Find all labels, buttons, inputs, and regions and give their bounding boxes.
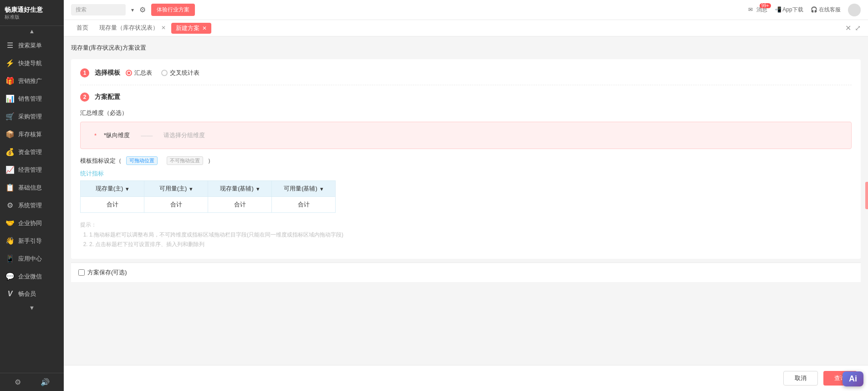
section2-title: 方案配置 xyxy=(95,93,120,101)
service-label: 在线客服 xyxy=(819,6,841,13)
col-header-1[interactable]: 可用量(主) ▾ xyxy=(144,181,208,197)
col-3-label: 可用量(基辅) xyxy=(284,185,317,193)
col-2-label: 现存量(基辅) xyxy=(220,185,254,193)
trial-industry-button[interactable]: 体验行业方案 xyxy=(151,4,195,16)
dimension-row: * *纵向维度 —— 请选择分组维度 xyxy=(94,131,837,139)
col-1-dropdown[interactable]: ▾ xyxy=(189,185,193,192)
dimension-separator: —— xyxy=(141,132,153,139)
topbar: 搜索 ▾ ⚙ 体验行业方案 ✉ 99+ 消息 📲 App下载 🎧 在线客服 xyxy=(64,0,868,20)
sidebar: 畅康通好生意 标准版 ▲ ☰ 搜索菜单 ⚡ 快捷导航 🎁 营销推广 📊 销售管理… xyxy=(0,0,64,391)
tab-home-label: 首页 xyxy=(77,24,88,32)
ai-float-button[interactable]: Ai xyxy=(842,371,863,386)
finance-icon: 💰 xyxy=(5,148,15,156)
col-1-label: 可用量(主) xyxy=(159,185,187,193)
non-draggable-badge: 不可拖动位置 xyxy=(167,156,203,165)
dimension-placeholder: 请选择分组维度 xyxy=(163,131,205,139)
online-service[interactable]: 🎧 在线客服 xyxy=(811,6,841,14)
basic-info-icon: 📋 xyxy=(5,183,15,192)
download-icon: 📲 xyxy=(775,6,781,13)
footer: 取消 查询 xyxy=(64,365,868,391)
sidebar-item-inventory[interactable]: 📦 库存核算 xyxy=(0,125,64,143)
radio-summary-label: 汇总表 xyxy=(134,69,152,77)
col-2-dropdown[interactable]: ▾ xyxy=(256,185,260,192)
tab-inventory-label: 现存量（库存状况表） xyxy=(99,24,158,32)
tab-inventory-close[interactable]: ✕ xyxy=(161,25,166,31)
search-box: 搜索 xyxy=(71,4,126,15)
sidebar-scroll-down[interactable]: ▼ xyxy=(0,303,64,313)
save-checkbox[interactable] xyxy=(78,269,85,276)
draggable-badge: 可拖动位置 xyxy=(126,156,158,165)
sidebar-item-collaboration[interactable]: 🤝 企业协同 xyxy=(0,214,64,232)
user-avatar[interactable] xyxy=(848,4,861,16)
close-tab-icon[interactable]: ✕ xyxy=(845,24,851,32)
tips-area: 提示： 1.拖动标题栏可以调整布局，不可跨维度或指标区域拖动栏目字段(只能在同一… xyxy=(80,220,852,250)
sidebar-item-system[interactable]: ⚙ 系统管理 xyxy=(0,196,64,214)
inventory-icon: 📦 xyxy=(5,130,15,139)
sidebar-item-app-center[interactable]: 📱 应用中心 xyxy=(0,250,64,268)
tips-title: 提示： xyxy=(80,221,97,228)
purchase-icon: 🛒 xyxy=(5,112,15,121)
tab-bar: 首页 现存量（库存状况表） ✕ 新建方案 ✕ ✕ ⤢ xyxy=(64,20,868,36)
cell-2: 合计 xyxy=(208,197,272,213)
sidebar-item-operations[interactable]: 📈 经营管理 xyxy=(0,161,64,179)
topbar-right: ✉ 99+ 消息 📲 App下载 🎧 在线客服 xyxy=(748,4,861,16)
tab-new-scheme-close[interactable]: ✕ xyxy=(202,25,207,31)
sidebar-item-sales[interactable]: 📊 销售管理 xyxy=(0,90,64,108)
quick-nav-icon: ⚡ xyxy=(5,59,15,67)
cell-1: 合计 xyxy=(144,197,208,213)
section2-header: 2 方案配置 xyxy=(80,93,852,102)
dropdown-icon[interactable]: ▾ xyxy=(131,7,134,13)
dimension-label: 汇总维度（必选） xyxy=(80,109,852,117)
message-wrapper[interactable]: ✉ 99+ 消息 xyxy=(748,6,767,14)
service-icon: 🎧 xyxy=(811,6,817,13)
sidebar-item-enterprise-wechat[interactable]: 💬 企业微信 xyxy=(0,268,64,285)
sidebar-item-membership[interactable]: V 畅会员 xyxy=(0,285,64,303)
radio-summary[interactable]: 汇总表 xyxy=(126,69,152,77)
sidebar-item-purchase[interactable]: 🛒 采购管理 xyxy=(0,108,64,125)
sidebar-item-finance[interactable]: 💰 资金管理 xyxy=(0,143,64,161)
required-mark: * xyxy=(94,132,97,139)
col-3-dropdown[interactable]: ▾ xyxy=(320,185,323,192)
tab-inventory-status[interactable]: 现存量（库存状况表） ✕ xyxy=(94,20,171,36)
sidebar-scroll-up[interactable]: ▲ xyxy=(0,26,64,36)
download-label: App下载 xyxy=(782,6,803,13)
expand-tab-icon[interactable]: ⤢ xyxy=(855,24,861,32)
col-0-label: 现存量(主) xyxy=(96,185,123,193)
col-header-3[interactable]: 可用量(基辅) ▾ xyxy=(272,181,336,197)
sidebar-bottom: ⚙ 🔊 xyxy=(0,373,64,391)
dimension-area[interactable]: * *纵向维度 —— 请选择分组维度 xyxy=(80,122,852,149)
cancel-button[interactable]: 取消 xyxy=(783,371,818,386)
tab-home[interactable]: 首页 xyxy=(71,20,94,36)
dimension-field-label: *纵向维度 xyxy=(104,131,130,139)
sidebar-item-basic-info[interactable]: 📋 基础信息 xyxy=(0,179,64,196)
sales-icon: 📊 xyxy=(5,94,15,103)
table-data-row: 合计 合计 合计 合计 xyxy=(81,197,336,213)
table-header-row: 现存量(主) ▾ 可用量(主) ▾ xyxy=(81,181,336,197)
message-icon: ✉ xyxy=(748,6,753,13)
save-label: 方案保存(可选) xyxy=(87,268,127,277)
col-header-0[interactable]: 现存量(主) ▾ xyxy=(81,181,144,197)
sidebar-item-quick-nav[interactable]: ⚡ 快捷导航 xyxy=(0,54,64,72)
sidebar-item-guide[interactable]: 👋 新手引导 xyxy=(0,232,64,250)
gear-icon[interactable]: ⚙ xyxy=(139,5,146,14)
cell-3: 合计 xyxy=(272,197,336,213)
section1-header: 1 选择模板 汇总表 交叉统计表 xyxy=(80,68,852,77)
indicator-label: 模板指标设定（ 可拖动位置 不可拖动位置 ） xyxy=(80,156,852,165)
tab-new-scheme[interactable]: 新建方案 ✕ xyxy=(171,23,211,34)
settings-icon[interactable]: ⚙ xyxy=(15,378,21,386)
volume-icon[interactable]: 🔊 xyxy=(41,378,50,386)
operations-icon: 📈 xyxy=(5,165,15,174)
tip-item-0: 1.拖动标题栏可以调整布局，不可跨维度或指标区域拖动栏目字段(只能在同一维度或指… xyxy=(89,230,852,240)
sidebar-item-search[interactable]: ☰ 搜索菜单 xyxy=(0,36,64,54)
sidebar-item-marketing[interactable]: 🎁 营销推广 xyxy=(0,72,64,90)
col-0-dropdown[interactable]: ▾ xyxy=(126,185,129,192)
message-badge: 99+ xyxy=(760,3,771,8)
col-header-2[interactable]: 现存量(基辅) ▾ xyxy=(208,181,272,197)
main-card: 1 选择模板 汇总表 交叉统计表 2 方案配置 xyxy=(71,59,861,259)
tip-item-1: 2. 点击标题栏下拉可设置排序、插入列和删除列 xyxy=(89,240,852,250)
section1-num: 1 xyxy=(80,68,89,77)
marketing-icon: 🎁 xyxy=(5,77,15,85)
radio-cross[interactable]: 交叉统计表 xyxy=(161,69,199,77)
app-download[interactable]: 📲 App下载 xyxy=(775,6,803,14)
guide-icon: 👋 xyxy=(5,237,15,245)
